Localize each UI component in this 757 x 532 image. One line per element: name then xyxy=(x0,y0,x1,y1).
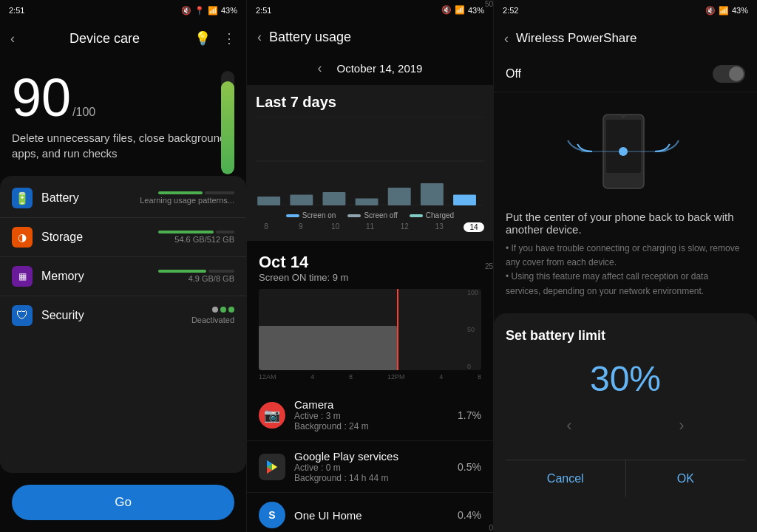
signal-icon: 📶 xyxy=(208,6,218,16)
care-item-memory[interactable]: ▦ Memory 4.9 GB/8 GB xyxy=(0,257,246,296)
legend-label-on: Screen on xyxy=(302,211,336,219)
legend-dot-charged xyxy=(410,214,423,217)
legend-label-charged: Charged xyxy=(426,211,454,219)
camera-name: Camera xyxy=(294,398,458,411)
day-date: Oct 14 xyxy=(259,253,481,272)
svg-point-16 xyxy=(621,114,625,118)
stepper-row: ‹ › xyxy=(506,414,745,437)
storage-bar xyxy=(158,231,214,233)
day-x-12pm: 12PM xyxy=(387,373,405,381)
device-illustration xyxy=(494,92,757,211)
app-item-camera[interactable]: 📷 Camera Active : 3 m Background : 24 m … xyxy=(247,389,493,441)
chart-svg xyxy=(256,117,484,205)
security-care-icon: 🛡 xyxy=(12,305,33,326)
care-item-storage[interactable]: ◑ Storage 54.6 GB/512 GB xyxy=(0,218,246,257)
go-button[interactable]: Go xyxy=(12,485,234,520)
toggle-row[interactable]: Off xyxy=(494,56,757,92)
x-label-10: 10 xyxy=(325,222,346,232)
svg-rect-3 xyxy=(257,197,280,205)
status-time-1: 2:51 xyxy=(9,6,24,15)
kebab-icon[interactable]: ⋮ xyxy=(223,30,236,47)
care-items-list: 🔋 Battery Learning usage patterns... ◑ S… xyxy=(0,176,246,473)
storage-sub: 54.6 GB/512 GB xyxy=(174,235,234,244)
score-bar-fill xyxy=(221,81,234,174)
status-bar-1: 2:51 🔇 📍 📶 43% xyxy=(0,0,246,21)
dot-2 xyxy=(220,307,226,313)
stepper-down-button[interactable]: ‹ xyxy=(557,414,581,437)
battery-bar-2 xyxy=(205,191,234,194)
toggle-switch[interactable] xyxy=(713,65,745,83)
mute-icon-2: 🔇 xyxy=(441,5,452,15)
gplay-bg: Background : 14 h 44 m xyxy=(294,473,458,483)
gplay-info: Google Play services Active : 0 m Backgr… xyxy=(294,450,458,483)
memory-label: Memory xyxy=(41,270,158,283)
memory-bar xyxy=(158,270,206,273)
legend-dot-off xyxy=(347,214,361,217)
date-prev-button[interactable]: ‹ xyxy=(318,61,322,76)
legend-label-off: Screen off xyxy=(364,211,397,219)
svg-rect-8 xyxy=(421,183,444,205)
back-button-1[interactable]: ‹ xyxy=(10,31,15,47)
back-button-2[interactable]: ‹ xyxy=(257,30,262,45)
storage-bar-2 xyxy=(216,231,234,233)
legend-charged: Charged xyxy=(410,211,454,219)
stepper-spacer xyxy=(611,414,640,437)
chart-section: Last 7 days 50 xyxy=(247,85,493,241)
day-x-12am: 12AM xyxy=(259,373,276,381)
legend-dot-on xyxy=(286,214,299,217)
security-dots xyxy=(212,307,234,313)
y-label-25: 25 xyxy=(478,262,493,270)
storage-care-icon: ◑ xyxy=(12,227,33,248)
mute-icon-3: 🔇 xyxy=(705,6,716,16)
date-display: October 14, 2019 xyxy=(337,62,423,75)
score-left: 90/100 Delete unnecessary files, close b… xyxy=(12,71,234,161)
toggle-knob xyxy=(729,66,744,81)
score-display: 90/100 xyxy=(12,71,234,124)
location-icon: 📍 xyxy=(194,6,205,16)
day-y-50: 50 xyxy=(467,326,478,333)
gplay-icon xyxy=(259,454,285,480)
stepper-up-button[interactable]: › xyxy=(670,414,693,437)
battery-limit-percentage: 30% xyxy=(506,358,745,399)
care-item-security[interactable]: 🛡 Security Deactivated xyxy=(0,296,246,335)
day-x-4: 4 xyxy=(310,373,314,381)
svg-rect-15 xyxy=(606,120,641,173)
memory-bars xyxy=(158,270,234,273)
score-desc: Delete unnecessary files, close backgrou… xyxy=(12,130,234,161)
app-item-oneui[interactable]: S One UI Home 0.4% xyxy=(247,493,493,532)
status-bar-2: 2:51 🔇 📶 43% xyxy=(247,0,493,20)
bulb-icon[interactable]: 💡 xyxy=(194,30,211,47)
chart-title: Last 7 days xyxy=(256,94,484,111)
panel-wireless-powershare: 2:52 🔇 📶 43% ‹ Wireless PowerShare Off xyxy=(493,0,757,532)
score-bar-container xyxy=(221,71,234,174)
gplay-name: Google Play services xyxy=(294,450,458,463)
back-button-3[interactable]: ‹ xyxy=(504,31,509,47)
day-y-100: 100 xyxy=(467,289,478,296)
memory-sub: 4.9 GB/8 GB xyxy=(189,274,234,283)
battery-pct-3: 43% xyxy=(732,6,748,15)
care-item-battery[interactable]: 🔋 Battery Learning usage patterns... xyxy=(0,179,246,218)
x-label-9: 9 xyxy=(291,222,311,232)
day-chart-x: 12AM 4 8 12PM 4 8 xyxy=(259,373,481,381)
chart-y-labels: 50 25 0 xyxy=(478,0,493,532)
date-nav: ‹ October 14, 2019 xyxy=(247,55,493,82)
mute-icon: 🔇 xyxy=(181,6,191,16)
toggle-label: Off xyxy=(506,67,521,81)
battery-bar xyxy=(158,191,203,194)
panel-battery-usage: 2:51 🔇 📶 43% ‹ Battery usage ‹ October 1… xyxy=(246,0,493,532)
app-item-gplay[interactable]: Google Play services Active : 0 m Backgr… xyxy=(247,441,493,493)
x-label-8: 8 xyxy=(256,222,276,232)
camera-active: Active : 3 m xyxy=(294,411,458,421)
security-label: Security xyxy=(41,309,191,322)
dot-1 xyxy=(212,307,218,313)
day-chart-red-line xyxy=(397,289,398,370)
ok-button[interactable]: OK xyxy=(626,460,746,497)
day-chart-y: 100 50 0 xyxy=(467,289,478,370)
day-y-0: 0 xyxy=(467,363,478,370)
cancel-button[interactable]: Cancel xyxy=(506,460,625,497)
panel-device-care: 2:51 🔇 📍 📶 43% ‹ Device care 💡 ⋮ 90/100 … xyxy=(0,0,246,532)
day-screen-on: Screen ON time: 9 m xyxy=(259,272,481,283)
battery-bars xyxy=(158,191,234,194)
score-section: 90/100 Delete unnecessary files, close b… xyxy=(0,56,246,168)
x-label-11: 11 xyxy=(359,222,380,232)
